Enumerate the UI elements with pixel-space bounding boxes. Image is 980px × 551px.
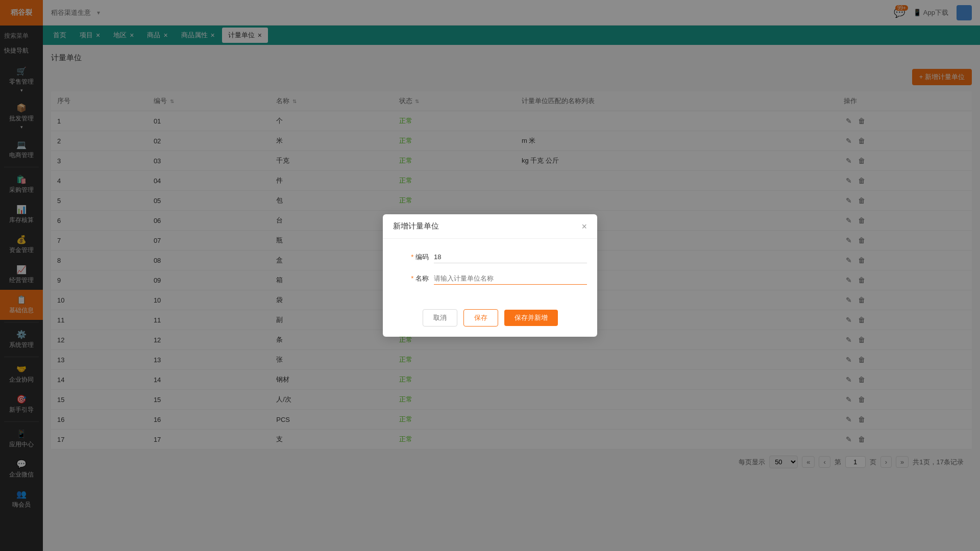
code-label: 编码 [393, 253, 434, 262]
name-input[interactable] [434, 272, 587, 285]
code-field-row: 编码 [393, 251, 587, 263]
dialog-close-button[interactable]: × [581, 222, 587, 231]
code-input[interactable] [434, 251, 587, 263]
dialog-header: 新增计量单位 × [383, 214, 597, 239]
dialog-body: 编码 名称 [383, 239, 597, 302]
modal-overlay[interactable]: 新增计量单位 × 编码 名称 取消 保存 保存并新增 [0, 0, 980, 551]
save-button[interactable]: 保存 [463, 309, 498, 327]
name-label: 名称 [393, 274, 434, 283]
cancel-button[interactable]: 取消 [423, 309, 457, 327]
save-and-add-button[interactable]: 保存并新增 [504, 310, 558, 326]
dialog-footer: 取消 保存 保存并新增 [383, 302, 597, 337]
name-field-row: 名称 [393, 272, 587, 285]
add-unit-dialog: 新增计量单位 × 编码 名称 取消 保存 保存并新增 [383, 214, 597, 337]
dialog-title: 新增计量单位 [393, 221, 439, 231]
